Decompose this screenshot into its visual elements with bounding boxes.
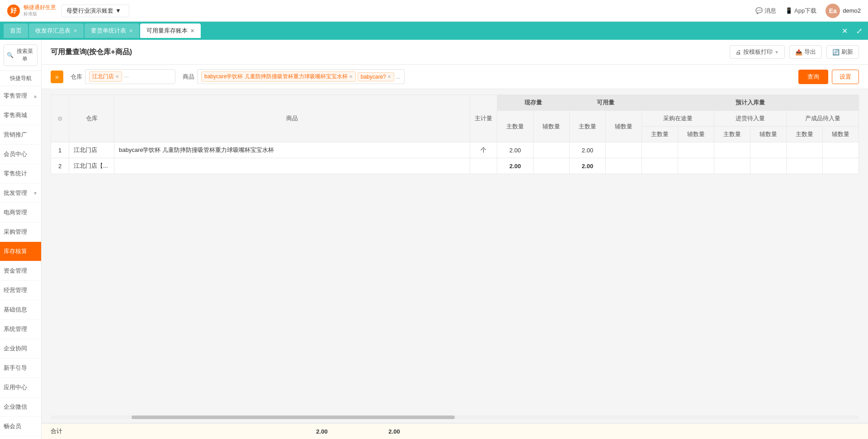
- col-stock-main-header: 主数量: [497, 111, 533, 142]
- tab-expand-button[interactable]: ⤢: [854, 25, 864, 36]
- sidebar: 🔍 搜索菜单 快捷导航 零售管理 ▲ 零售商城 营销推广 会员中心 零售统计 批…: [0, 40, 42, 439]
- tab-inventory-close[interactable]: ✕: [190, 28, 194, 34]
- sidebar-item-system[interactable]: 系统管理: [0, 320, 41, 339]
- col-production-header: 产成品待入量: [787, 111, 859, 127]
- print-button[interactable]: 🖨 按模板打印 ▼: [730, 45, 785, 59]
- sidebar-item-basic[interactable]: 基础信息: [0, 300, 41, 320]
- row-1-production-sub: [823, 158, 859, 174]
- product-tag-text-0: babycare学饮杯 儿童防摔防撞吸管杯重力球吸嘴杯宝宝水杯: [204, 73, 348, 80]
- warehouse-more-icon: ···: [124, 73, 129, 80]
- table-row: 2 江北门店【... 2.00 2.00: [51, 158, 859, 174]
- top-bar: 好 畅捷通好生意 标准版 母婴行业演示账套 ▼ 💬 消息 📱 App下载 Ea …: [0, 0, 868, 22]
- page-header: 可用量查询(按仓库+商品) 🖨 按模板打印 ▼ 📤 导出 🔄 刷新: [42, 40, 868, 65]
- col-available-header: 可用量: [570, 95, 642, 111]
- refresh-button[interactable]: 🔄 刷新: [826, 45, 859, 59]
- app-download-button[interactable]: 📱 App下载: [785, 7, 816, 15]
- tab-order[interactable]: 要货单统计表 ✕: [85, 24, 139, 38]
- sidebar-quicknav-label: 快捷导航: [10, 75, 32, 81]
- table-scrollbar-thumb[interactable]: [132, 415, 455, 419]
- col-incoming-main-header: 主数量: [714, 127, 750, 142]
- row-0-incoming-sub: [750, 142, 787, 158]
- sidebar-item-vip[interactable]: 畅会员: [0, 417, 41, 436]
- row-1-warehouse: 江北门店【...: [69, 158, 114, 174]
- sidebar-item-corpwx[interactable]: 企业微信: [0, 397, 41, 417]
- top-bar-right: 💬 消息 📱 App下载 Ea demo2: [755, 4, 861, 18]
- col-stock-sub-header: 辅数量: [533, 111, 570, 142]
- query-button[interactable]: 查询: [798, 70, 828, 84]
- summary-stock-main: 2.00: [304, 428, 340, 435]
- sidebar-item-appstore[interactable]: 应用中心: [0, 378, 41, 397]
- tab-close-all-button[interactable]: ✕: [839, 25, 850, 36]
- search-menu-button[interactable]: 🔍 搜索菜单: [4, 44, 38, 66]
- sidebar-item-operations[interactable]: 经营管理: [0, 281, 41, 300]
- industry-selector[interactable]: 母婴行业演示账套 ▼: [61, 5, 129, 17]
- row-0-purchase-sub: [678, 142, 714, 158]
- filter-toggle-button[interactable]: »: [51, 71, 63, 83]
- row-1-unit: [470, 158, 497, 174]
- search-icon: 🔍: [7, 52, 14, 58]
- product-tag-0: babycare学饮杯 儿童防摔防撞吸管杯重力球吸嘴杯宝宝水杯 ✕: [201, 71, 356, 82]
- tab-receive-close[interactable]: ✕: [73, 28, 77, 34]
- setting-button[interactable]: 设置: [832, 70, 859, 84]
- tab-order-close[interactable]: ✕: [129, 28, 133, 34]
- table-scrollbar[interactable]: [51, 415, 859, 419]
- print-chevron-icon: ▼: [774, 50, 779, 55]
- product-tag-close-1[interactable]: ✕: [387, 74, 391, 79]
- sidebar-item-corp[interactable]: 企业协同: [0, 339, 41, 359]
- row-0-stock-main: 2.00: [497, 142, 533, 158]
- export-button[interactable]: 📤 导出: [789, 45, 822, 59]
- row-1-avail-main: 2.00: [570, 158, 606, 174]
- product-tag-close-0[interactable]: ✕: [349, 74, 353, 79]
- sidebar-item-retail[interactable]: 零售管理 ▲: [0, 86, 41, 106]
- logo-text-area: 畅捷通好生意 标准版: [24, 4, 56, 18]
- sidebar-item-appstore-label: 应用中心: [4, 383, 27, 392]
- warehouse-input[interactable]: 江北门店 ✕ ···: [85, 69, 175, 84]
- content-area: 可用量查询(按仓库+商品) 🖨 按模板打印 ▼ 📤 导出 🔄 刷新: [42, 40, 868, 439]
- product-input[interactable]: babycare学饮杯 儿童防摔防撞吸管杯重力球吸嘴杯宝宝水杯 ✕ babyca…: [197, 69, 405, 84]
- export-label: 导出: [804, 48, 816, 56]
- warehouse-tag-0: 江北门店 ✕: [89, 71, 122, 82]
- app-icon: 📱: [785, 7, 793, 14]
- message-button[interactable]: 💬 消息: [755, 7, 776, 15]
- tab-order-label: 要货单统计表: [91, 27, 126, 35]
- row-1-num: 2: [51, 158, 69, 174]
- sidebar-item-purchase[interactable]: 采购管理: [0, 222, 41, 242]
- table-container: ⚙ 仓库 商品 主计量 现存量 可用量 预计入库量 主数量 辅数量 主数量 辅数…: [42, 89, 868, 415]
- main-layout: 🔍 搜索菜单 快捷导航 零售管理 ▲ 零售商城 营销推广 会员中心 零售统计 批…: [0, 40, 868, 439]
- sidebar-item-newguide[interactable]: 新手引导: [0, 359, 41, 378]
- sidebar-item-corpwx-label: 企业微信: [4, 403, 27, 411]
- page-title: 可用量查询(按仓库+商品): [51, 47, 132, 57]
- col-production-main-header: 主数量: [787, 127, 823, 142]
- sidebar-item-ecommerce[interactable]: 电商管理: [0, 203, 41, 222]
- settings-icon[interactable]: ⚙: [57, 115, 63, 122]
- sidebar-search-area: 🔍 搜索菜单: [0, 40, 41, 71]
- sidebar-item-inventory-mgr[interactable]: 库存核算: [0, 242, 41, 261]
- sidebar-item-retail-stat[interactable]: 零售统计: [0, 164, 41, 184]
- sidebar-item-finance[interactable]: 资金管理: [0, 261, 41, 281]
- col-warehouse-header: 仓库: [69, 95, 114, 142]
- sidebar-item-wholesale[interactable]: 批发管理 ▼: [0, 184, 41, 203]
- sidebar-item-ecommerce-label: 电商管理: [4, 208, 27, 217]
- sidebar-item-marketing-label: 营销推广: [4, 131, 27, 139]
- user-name: demo2: [843, 7, 861, 14]
- tab-inventory-label: 可用量库存账本: [146, 27, 188, 35]
- warehouse-filter-group: 仓库 江北门店 ✕ ···: [71, 69, 175, 84]
- tab-receive[interactable]: 收发存汇总表 ✕: [29, 24, 84, 38]
- product-tag-text-1: babycare?: [361, 74, 386, 80]
- filter-action-area: 查询 设置: [798, 70, 859, 84]
- sidebar-item-marketing[interactable]: 营销推广: [0, 125, 41, 145]
- row-1-purchase-sub: [678, 158, 714, 174]
- page-actions: 🖨 按模板打印 ▼ 📤 导出 🔄 刷新: [730, 45, 859, 59]
- col-avail-main-header: 主数量: [570, 111, 606, 142]
- message-icon: 💬: [755, 7, 763, 14]
- double-chevron-icon: »: [55, 73, 59, 80]
- user-area[interactable]: Ea demo2: [826, 4, 861, 18]
- tab-home[interactable]: 首页: [4, 24, 28, 38]
- tab-inventory[interactable]: 可用量库存账本 ✕: [140, 24, 201, 38]
- logo-area: 好 畅捷通好生意 标准版: [7, 4, 56, 18]
- sidebar-item-basic-label: 基础信息: [4, 306, 27, 314]
- sidebar-item-member[interactable]: 会员中心: [0, 145, 41, 164]
- sidebar-item-quicknav[interactable]: 快捷导航: [0, 71, 41, 86]
- warehouse-tag-close[interactable]: ✕: [115, 74, 119, 79]
- sidebar-item-retail-store[interactable]: 零售商城: [0, 106, 41, 125]
